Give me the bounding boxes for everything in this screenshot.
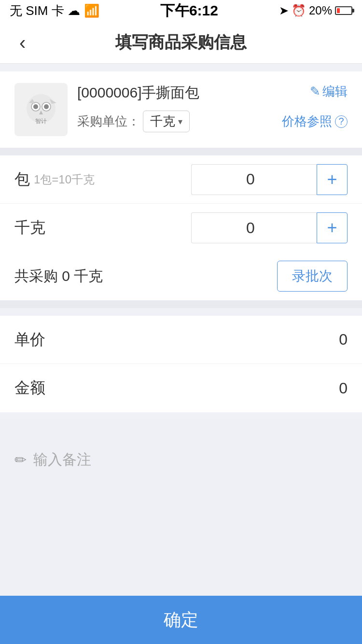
bao-sublabel: 1包=10千克: [34, 172, 95, 187]
note-section[interactable]: ✏ 输入备注: [0, 420, 362, 499]
product-image: 智计: [14, 83, 68, 136]
nav-bar: ‹ 填写商品采购信息: [0, 21, 362, 64]
bao-input-row: 包 1包=10千克 +: [0, 155, 362, 204]
kg-input-right: +: [191, 212, 348, 243]
info-icon: ?: [335, 115, 348, 128]
location-icon: ➤: [279, 4, 289, 17]
kg-plus-button[interactable]: +: [317, 212, 348, 243]
battery-percent: 20%: [309, 4, 332, 17]
note-input-placeholder: 输入备注: [33, 450, 91, 470]
svg-text:智计: 智计: [35, 118, 47, 125]
content-spacer: [0, 499, 362, 596]
confirm-button[interactable]: 确定: [0, 596, 362, 644]
unit-price-row: 单价 0: [0, 316, 362, 364]
unit-price-label: 单价: [14, 329, 45, 350]
separator-1: [0, 148, 362, 155]
kg-quantity-input[interactable]: [191, 212, 317, 243]
product-logo-svg: 智计: [22, 90, 60, 129]
chevron-down-icon: ▾: [178, 116, 182, 127]
unit-price-value: 0: [339, 331, 348, 349]
pencil-icon: ✏: [14, 451, 27, 468]
summary-row: 共采购 0 千克 录批次: [0, 252, 362, 300]
status-time: 下午6:12: [160, 1, 218, 21]
svg-point-3: [33, 104, 38, 109]
edit-button[interactable]: ✎ 编辑: [310, 83, 348, 100]
amount-label: 金额: [14, 378, 45, 399]
bao-plus-button[interactable]: +: [317, 164, 348, 195]
kg-label: 千克: [14, 217, 45, 238]
bao-quantity-input[interactable]: [191, 164, 317, 195]
edit-icon: ✎: [310, 84, 320, 99]
amount-row: 金额 0: [0, 364, 362, 412]
page-title: 填写商品采购信息: [115, 31, 247, 54]
unit-value: 千克: [150, 113, 175, 130]
kg-input-row: 千克 +: [0, 204, 362, 252]
price-reference-button[interactable]: 价格参照 ?: [282, 113, 348, 130]
product-card: 智计 [0000006]手撕面包 ✎ 编辑 采购单位： 千克 ▾ 价格参照 ?: [0, 71, 362, 148]
alarm-icon: ⏰: [292, 4, 306, 17]
summary-prefix: 共采购: [14, 268, 58, 284]
summary-text: 共采购 0 千克: [14, 266, 103, 286]
product-info: [0000006]手撕面包 ✎ 编辑 采购单位： 千克 ▾ 价格参照 ?: [77, 83, 348, 132]
status-right: ➤ ⏰ 20%: [279, 4, 352, 17]
battery-indicator: [335, 6, 352, 15]
bao-label: 包: [14, 169, 30, 190]
price-section: 单价 0 金额 0: [0, 316, 362, 412]
separator-2: [0, 300, 362, 308]
sim-status: 无 SIM 卡 ☁: [10, 2, 80, 19]
summary-unit: 千克: [74, 268, 103, 284]
price-ref-label: 价格参照: [282, 113, 332, 130]
status-bar: 无 SIM 卡 ☁ 📶 下午6:12 ➤ ⏰ 20%: [0, 0, 362, 21]
quantity-input-section: 包 1包=10千克 + 千克 +: [0, 155, 362, 252]
bao-input-right: +: [191, 164, 348, 195]
amount-value: 0: [339, 379, 348, 397]
batch-button[interactable]: 录批次: [277, 261, 348, 292]
summary-quantity: 0: [62, 268, 74, 284]
unit-select[interactable]: 千克 ▾: [143, 111, 190, 132]
back-button[interactable]: ‹: [14, 28, 30, 57]
unit-label: 采购单位：: [77, 113, 140, 130]
product-name: [0000006]手撕面包: [77, 83, 300, 103]
svg-point-4: [44, 104, 49, 109]
wifi-icon: 📶: [84, 3, 99, 18]
status-left: 无 SIM 卡 ☁ 📶: [10, 2, 99, 19]
